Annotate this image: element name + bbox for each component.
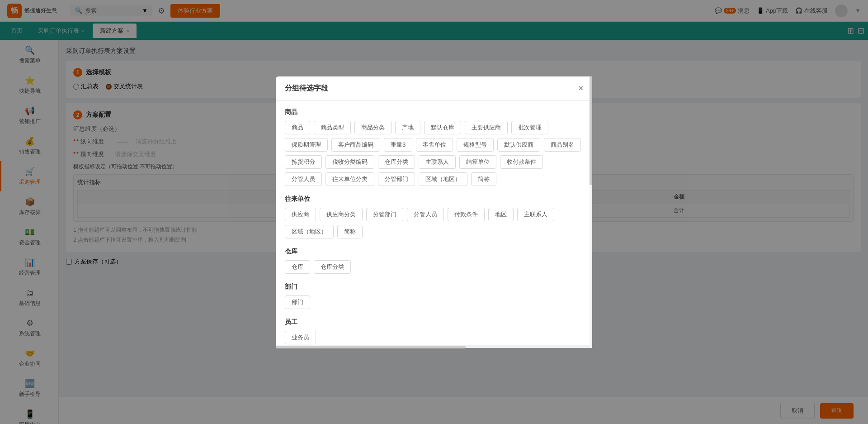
modal-body: 商品 商品 商品类型 商品分类 产地 默认仓库 主要供应商 批次管理 保质期管理… — [276, 101, 592, 345]
field-select-modal: 分组待选字段 × 商品 商品 商品类型 商品分类 产地 默认仓库 主要供应商 批… — [276, 76, 592, 348]
tag-weight3[interactable]: 重量3 — [384, 138, 412, 152]
tag-main-supplier[interactable]: 主要供应商 — [465, 121, 508, 134]
modal-horizontal-scrollbar[interactable] — [276, 345, 592, 348]
tag-salesperson[interactable]: 业务员 — [285, 331, 316, 344]
modal-header: 分组待选字段 × — [276, 76, 592, 101]
product-tags: 商品 商品类型 商品分类 产地 默认仓库 主要供应商 批次管理 保质期管理 客户… — [285, 121, 583, 186]
section-product-title: 商品 — [285, 108, 583, 116]
section-department: 部门 部门 — [285, 283, 583, 309]
tag-shelf-life[interactable]: 保质期管理 — [285, 138, 328, 152]
tag-tax-code[interactable]: 税收分类编码 — [326, 155, 374, 169]
tag-default-warehouse[interactable]: 默认仓库 — [424, 121, 461, 134]
section-partner: 往来单位 供应商 供应商分类 分管部门 分管人员 付款条件 地区 主联系人 区域… — [285, 195, 583, 238]
tag-area[interactable]: 地区 — [488, 208, 514, 221]
tag-pick-points[interactable]: 拣货积分 — [285, 155, 322, 169]
tag-partner-contact[interactable]: 主联系人 — [517, 208, 554, 221]
section-partner-title: 往来单位 — [285, 195, 583, 203]
tag-product[interactable]: 商品 — [285, 121, 310, 134]
tag-payment-condition[interactable]: 付款条件 — [448, 208, 485, 221]
modal-hscroll-thumb — [276, 346, 466, 348]
modal-close-icon[interactable]: × — [578, 84, 583, 93]
modal-vertical-scrollbar-track[interactable] — [590, 76, 592, 348]
tag-region[interactable]: 区域（地区） — [419, 172, 467, 186]
tag-warehouse-category[interactable]: 仓库分类 — [378, 155, 415, 169]
section-employee: 员工 业务员 — [285, 318, 583, 344]
tag-batch-mgmt[interactable]: 批次管理 — [511, 121, 548, 134]
tag-supplier[interactable]: 供应商 — [285, 208, 316, 221]
tag-origin[interactable]: 产地 — [395, 121, 420, 134]
tag-dept[interactable]: 分管部门 — [378, 172, 415, 186]
modal-overlay: 分组待选字段 × 商品 商品 商品类型 商品分类 产地 默认仓库 主要供应商 批… — [0, 0, 868, 424]
section-warehouse: 仓库 仓库 仓库分类 — [285, 248, 583, 274]
section-employee-title: 员工 — [285, 318, 583, 326]
tag-product-alias[interactable]: 商品别名 — [544, 138, 581, 152]
section-department-title: 部门 — [285, 283, 583, 291]
tag-partner-manager[interactable]: 分管人员 — [407, 208, 444, 221]
tag-department[interactable]: 部门 — [285, 295, 310, 309]
tag-manager[interactable]: 分管人员 — [285, 172, 322, 186]
tag-partner-category[interactable]: 往来单位分类 — [326, 172, 374, 186]
partner-tags: 供应商 供应商分类 分管部门 分管人员 付款条件 地区 主联系人 区域（地区） … — [285, 208, 583, 238]
tag-settle-unit[interactable]: 结算单位 — [459, 155, 496, 169]
tag-warehouse-cat[interactable]: 仓库分类 — [314, 260, 351, 274]
tag-spec-model[interactable]: 规格型号 — [457, 138, 494, 152]
section-warehouse-title: 仓库 — [285, 248, 583, 256]
modal-title: 分组待选字段 — [285, 84, 328, 93]
department-tags: 部门 — [285, 295, 583, 309]
warehouse-tags: 仓库 仓库分类 — [285, 260, 583, 274]
tag-product-type[interactable]: 商品类型 — [314, 121, 351, 134]
tag-payment-terms[interactable]: 收付款条件 — [500, 155, 543, 169]
tag-default-supplier[interactable]: 默认供应商 — [497, 138, 540, 152]
tag-abbr[interactable]: 简称 — [471, 172, 496, 186]
employee-tags: 业务员 — [285, 331, 583, 344]
tag-main-contact[interactable]: 主联系人 — [419, 155, 456, 169]
tag-partner-dept[interactable]: 分管部门 — [366, 208, 403, 221]
tag-partner-region[interactable]: 区域（地区） — [285, 225, 334, 238]
tag-product-category[interactable]: 商品分类 — [354, 121, 392, 134]
tag-supplier-category[interactable]: 供应商分类 — [320, 208, 363, 221]
tag-partner-abbr[interactable]: 简称 — [337, 225, 363, 238]
tag-customer-code[interactable]: 客户商品编码 — [331, 138, 380, 152]
tag-warehouse[interactable]: 仓库 — [285, 260, 310, 274]
tag-retail-unit[interactable]: 零售单位 — [416, 138, 453, 152]
section-product: 商品 商品 商品类型 商品分类 产地 默认仓库 主要供应商 批次管理 保质期管理… — [285, 108, 583, 186]
modal-vertical-scrollbar-thumb — [590, 76, 592, 185]
